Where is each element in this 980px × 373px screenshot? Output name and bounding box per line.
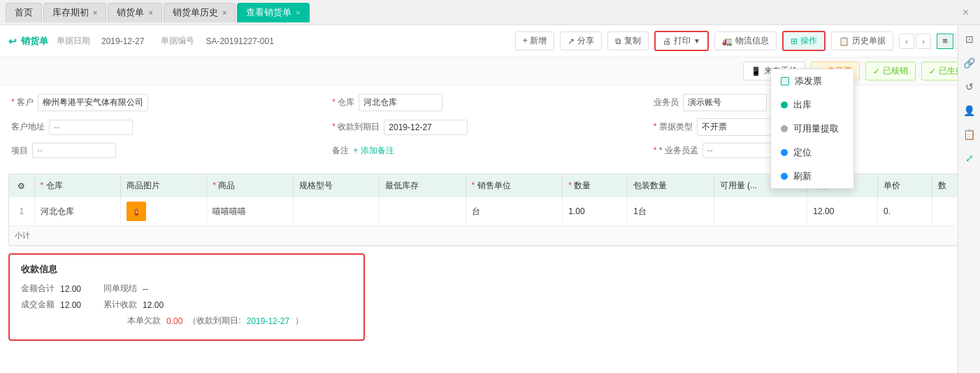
effective-icon: ✓ bbox=[929, 66, 936, 76]
notes-label: 备注 bbox=[332, 145, 349, 157]
tab-sales-order[interactable]: 销货单 × bbox=[108, 3, 161, 22]
ticket-label: 票据类型 bbox=[654, 121, 693, 133]
payment-title: 收款信息 bbox=[21, 263, 352, 276]
balance-date: 2019-12-27 bbox=[247, 316, 289, 326]
tab-sales-history-label: 销货单历史 bbox=[173, 6, 218, 19]
refresh-item[interactable]: 刷新 bbox=[771, 164, 853, 188]
due-date-value[interactable]: 2019-12-27 bbox=[384, 120, 468, 135]
total-value: 12.00 bbox=[60, 284, 81, 294]
available-item[interactable]: 可用量提取 bbox=[771, 117, 853, 141]
outbound-item[interactable]: 出库 bbox=[771, 93, 853, 117]
tab-sales-history-close[interactable]: × bbox=[222, 8, 226, 17]
cumulative-item: 累计收款 12.00 bbox=[103, 299, 164, 311]
due-date-label: 收款到期日 bbox=[332, 121, 380, 133]
subtotal-label: 小计 bbox=[9, 226, 971, 246]
share-icon: ↗ bbox=[568, 36, 575, 46]
row-number: 1 bbox=[9, 197, 34, 226]
tab-view-sales-label: 查看销货单 bbox=[246, 6, 291, 19]
payment-row-2: 成交金额 12.00 累计收款 12.00 bbox=[21, 299, 352, 311]
outbound-icon bbox=[781, 101, 788, 108]
available-label: 可用量提取 bbox=[793, 122, 839, 135]
truck-icon: 🚛 bbox=[722, 36, 733, 46]
staff-value[interactable]: 演示账号 bbox=[683, 94, 767, 111]
add-invoice-icon bbox=[781, 77, 789, 85]
customer-label: 客户 bbox=[11, 97, 34, 108]
tab-inventory-close[interactable]: × bbox=[93, 8, 97, 17]
col-settings[interactable]: ⚙ bbox=[9, 174, 34, 197]
address-value[interactable]: -- bbox=[49, 120, 133, 135]
new-button[interactable]: + 新增 bbox=[515, 31, 554, 50]
share-button[interactable]: ↗ 分享 bbox=[560, 31, 602, 50]
deal-label: 成交金额 bbox=[21, 299, 55, 311]
payment-section: 收款信息 金额合计 12.00 同单现结 -- 成交金额 12.00 累计收款 … bbox=[8, 253, 365, 341]
customer-value[interactable]: 柳州粤港平安气体有限公司 bbox=[38, 94, 148, 111]
row-img: 🧯 bbox=[120, 197, 206, 226]
operations-icon: ⊞ bbox=[791, 36, 798, 46]
doc-title-text: 销货单 bbox=[21, 35, 48, 48]
prev-arrow[interactable]: ‹ bbox=[899, 34, 914, 49]
next-arrow[interactable]: › bbox=[916, 34, 931, 49]
col-img: 商品图片 bbox=[120, 174, 206, 197]
history-icon: 📋 bbox=[839, 36, 849, 46]
sidebar-icon-6[interactable]: ⤢ bbox=[961, 150, 978, 167]
sidebar-icon-3[interactable]: ↺ bbox=[961, 78, 978, 95]
balance-value: 0.00 bbox=[166, 316, 182, 326]
add-notes-button[interactable]: + 添加备注 bbox=[353, 145, 394, 157]
add-invoice-item[interactable]: 添发票 bbox=[771, 69, 853, 93]
doc-icon: ↩ bbox=[8, 36, 17, 47]
sidebar-icon-4[interactable]: 👤 bbox=[961, 102, 978, 119]
outbound-label: 出库 bbox=[793, 99, 812, 111]
tab-sales-history[interactable]: 销货单历史 × bbox=[164, 3, 236, 22]
copy-button[interactable]: ⧉ 复制 bbox=[607, 31, 649, 50]
refresh-icon bbox=[781, 173, 788, 180]
project-field: 项目 -- bbox=[11, 143, 326, 158]
tab-sales-order-close[interactable]: × bbox=[148, 8, 152, 17]
payment-total-item: 金额合计 12.00 bbox=[21, 283, 81, 295]
tab-view-sales-close[interactable]: × bbox=[296, 8, 300, 17]
logistics-button[interactable]: 🚛 物流信息 bbox=[714, 31, 777, 50]
tab-home[interactable]: 首页 bbox=[6, 3, 42, 22]
sidebar-icon-5[interactable]: 📋 bbox=[961, 126, 978, 143]
balance-paren: ） bbox=[295, 315, 303, 327]
warehouse-label: 仓库 bbox=[332, 97, 354, 108]
col-pack-qty: 包装数量 bbox=[628, 174, 714, 197]
check-button[interactable]: ✓ 已核销 bbox=[865, 62, 916, 80]
same-order-item: 同单现结 -- bbox=[103, 283, 148, 295]
close-all-tabs[interactable]: × bbox=[957, 6, 974, 19]
warehouse-value[interactable]: 河北仓库 bbox=[359, 94, 442, 111]
locate-label: 定位 bbox=[793, 146, 812, 159]
tab-view-sales[interactable]: 查看销货单 × bbox=[237, 3, 309, 22]
row-qty: 1.00 bbox=[563, 197, 628, 226]
print-button[interactable]: 🖨 打印 ▼ bbox=[654, 31, 709, 51]
copy-icon: ⧉ bbox=[615, 36, 621, 46]
payment-row-1: 金额合计 12.00 同单现结 -- bbox=[21, 283, 352, 295]
table-row: 1 河北仓库 🧯 嘻嘻嘻嘻 台 1.00 1台 12.00 0. bbox=[9, 197, 971, 226]
operations-button[interactable]: ⊞ 操作 bbox=[782, 31, 826, 51]
tab-bar: 首页 库存期初 × 销货单 × 销货单历史 × 查看销货单 × × bbox=[0, 0, 980, 25]
available-icon bbox=[781, 125, 788, 132]
col-min-stock: 最低库存 bbox=[380, 174, 466, 197]
doc-header: ↩ 销货单 单据日期 2019-12-27 单据编号 SA-20191227-0… bbox=[0, 25, 980, 57]
doc-info: 单据日期 2019-12-27 单据编号 SA-20191227-001 bbox=[57, 35, 274, 47]
tab-inventory[interactable]: 库存期初 × bbox=[43, 3, 106, 22]
print-icon: 🖨 bbox=[663, 36, 671, 46]
deal-amount-item: 成交金额 12.00 bbox=[21, 299, 81, 311]
locate-item[interactable]: 定位 bbox=[771, 141, 853, 164]
sales-staff-label: * 业务员孟 bbox=[654, 145, 698, 157]
project-value[interactable]: -- bbox=[32, 143, 116, 158]
notes-field: 备注 + 添加备注 bbox=[332, 145, 647, 157]
add-invoice-label: 添发票 bbox=[795, 75, 822, 87]
row-spec bbox=[293, 197, 379, 226]
sidebar-icon-2[interactable]: 🔗 bbox=[961, 55, 978, 71]
history-button[interactable]: 📋 历史单据 bbox=[831, 31, 893, 50]
list-view-button[interactable]: ≡ bbox=[937, 34, 953, 49]
doc-title: ↩ 销货单 bbox=[8, 35, 48, 48]
col-price: 单价 bbox=[877, 174, 932, 197]
ticket-value[interactable]: 不开票 bbox=[697, 118, 781, 136]
due-date-field: 收款到期日 2019-12-27 bbox=[332, 120, 647, 135]
sidebar-icon-1[interactable]: ⊡ bbox=[961, 31, 978, 48]
deal-value: 12.00 bbox=[60, 300, 81, 310]
cumulative-label: 累计收款 bbox=[103, 299, 137, 311]
row-price: 0. bbox=[877, 197, 932, 226]
col-spec: 规格型号 bbox=[293, 174, 379, 197]
